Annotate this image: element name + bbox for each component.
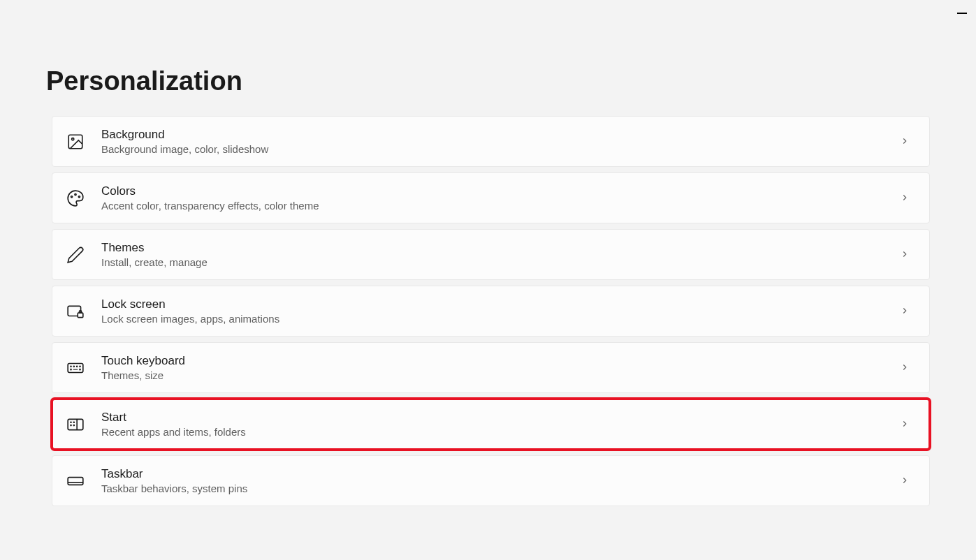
settings-item-touch-keyboard[interactable]: Touch keyboard Themes, size xyxy=(52,342,930,393)
item-content: Touch keyboard Themes, size xyxy=(101,354,900,381)
svg-rect-21 xyxy=(68,477,83,485)
svg-point-1 xyxy=(72,138,74,140)
settings-item-start[interactable]: Start Recent apps and items, folders xyxy=(52,399,930,450)
palette-icon xyxy=(66,189,85,207)
start-icon xyxy=(66,415,85,434)
item-description: Themes, size xyxy=(101,369,900,381)
settings-container: Personalization Background Background im… xyxy=(0,0,976,506)
item-title: Themes xyxy=(101,241,900,255)
item-title: Lock screen xyxy=(101,297,900,311)
chevron-right-icon xyxy=(900,249,911,260)
settings-list: Background Background image, color, slid… xyxy=(46,116,930,506)
keyboard-icon xyxy=(66,359,85,377)
svg-point-8 xyxy=(71,366,71,367)
svg-point-10 xyxy=(77,366,78,367)
settings-item-themes[interactable]: Themes Install, create, manage xyxy=(52,229,930,280)
item-content: Start Recent apps and items, folders xyxy=(101,411,900,438)
svg-rect-6 xyxy=(78,313,83,318)
chevron-right-icon xyxy=(900,419,911,430)
svg-point-18 xyxy=(73,422,74,422)
item-content: Taskbar Taskbar behaviors, system pins xyxy=(101,467,900,494)
item-title: Taskbar xyxy=(101,467,900,481)
svg-point-11 xyxy=(80,366,80,367)
item-description: Taskbar behaviors, system pins xyxy=(101,482,900,494)
svg-rect-7 xyxy=(68,363,83,372)
item-content: Lock screen Lock screen images, apps, an… xyxy=(101,297,900,325)
lockscreen-icon xyxy=(66,302,85,320)
chevron-right-icon xyxy=(900,476,911,487)
svg-point-17 xyxy=(71,422,71,422)
svg-point-9 xyxy=(73,366,74,367)
pen-icon xyxy=(66,246,85,264)
chevron-right-icon xyxy=(900,193,911,204)
page-title: Personalization xyxy=(46,66,930,96)
svg-point-19 xyxy=(71,425,71,425)
svg-point-2 xyxy=(71,196,73,197)
settings-item-colors[interactable]: Colors Accent color, transparency effect… xyxy=(52,172,930,223)
item-description: Accent color, transparency effects, colo… xyxy=(101,200,900,212)
svg-point-14 xyxy=(80,369,80,369)
item-title: Background xyxy=(101,128,900,142)
item-description: Lock screen images, apps, animations xyxy=(101,313,900,325)
settings-item-background[interactable]: Background Background image, color, slid… xyxy=(52,116,930,167)
svg-rect-15 xyxy=(68,419,83,429)
item-content: Colors Accent color, transparency effect… xyxy=(101,184,900,212)
item-content: Background Background image, color, slid… xyxy=(101,128,900,155)
settings-item-lock-screen[interactable]: Lock screen Lock screen images, apps, an… xyxy=(52,286,930,337)
image-icon xyxy=(66,133,85,151)
chevron-right-icon xyxy=(900,306,911,317)
chevron-right-icon xyxy=(900,362,911,374)
item-title: Start xyxy=(101,411,900,425)
chevron-right-icon xyxy=(900,136,911,147)
taskbar-icon xyxy=(66,472,85,490)
svg-point-12 xyxy=(71,369,71,369)
svg-point-20 xyxy=(73,425,74,425)
svg-point-4 xyxy=(78,196,80,197)
item-description: Recent apps and items, folders xyxy=(101,426,900,438)
svg-point-3 xyxy=(75,193,76,195)
settings-item-taskbar[interactable]: Taskbar Taskbar behaviors, system pins xyxy=(52,455,930,506)
minimize-button[interactable] xyxy=(957,13,967,14)
item-description: Install, create, manage xyxy=(101,256,900,268)
item-title: Touch keyboard xyxy=(101,354,900,368)
item-description: Background image, color, slideshow xyxy=(101,143,900,155)
item-title: Colors xyxy=(101,184,900,198)
item-content: Themes Install, create, manage xyxy=(101,241,900,268)
